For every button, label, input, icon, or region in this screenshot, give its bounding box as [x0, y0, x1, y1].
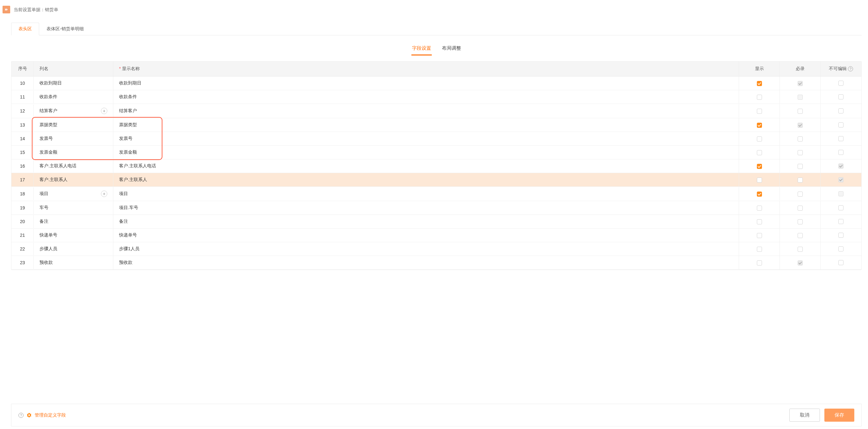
- cell-display-name[interactable]: 备注: [113, 215, 739, 228]
- show-checkbox[interactable]: [757, 177, 762, 182]
- required-checkbox[interactable]: [798, 247, 803, 252]
- readonly-checkbox[interactable]: [838, 136, 843, 141]
- cell-name: 预收款: [34, 256, 113, 269]
- cell-required: [780, 90, 820, 103]
- show-checkbox[interactable]: [757, 219, 762, 224]
- cell-display-name[interactable]: 结算客户: [113, 104, 739, 118]
- header-readonly: 不可编辑 ?: [820, 61, 861, 76]
- readonly-checkbox[interactable]: [838, 233, 843, 238]
- readonly-checkbox[interactable]: [838, 94, 843, 99]
- cell-name: 备注: [34, 215, 113, 228]
- show-checkbox[interactable]: [757, 123, 762, 128]
- cell-required: [780, 256, 820, 269]
- cell-required: [780, 132, 820, 145]
- main-tab-0[interactable]: 表头区: [11, 23, 39, 35]
- cell-required: [780, 242, 820, 255]
- required-checkbox[interactable]: [798, 177, 803, 182]
- required-checkbox[interactable]: [798, 219, 803, 224]
- readonly-checkbox[interactable]: [838, 219, 843, 224]
- cell-display-name[interactable]: 客户.主联系人电话: [113, 160, 739, 173]
- required-checkbox[interactable]: [798, 164, 803, 169]
- show-checkbox[interactable]: [757, 109, 762, 114]
- cell-name: 收款到期日: [34, 77, 113, 90]
- cell-show: [739, 173, 780, 186]
- readonly-checkbox[interactable]: [838, 122, 843, 127]
- header-readonly-label: 不可编辑: [829, 66, 847, 72]
- required-checkbox[interactable]: [798, 150, 803, 155]
- sub-tabs: 字段设置布局调整: [11, 44, 862, 55]
- add-subfield-button[interactable]: +: [101, 191, 107, 197]
- add-subfield-button[interactable]: +: [101, 108, 107, 114]
- cell-display-name[interactable]: 预收款: [113, 256, 739, 269]
- doc-title-name: 销货单: [45, 7, 58, 12]
- required-checkbox[interactable]: [798, 206, 803, 211]
- cell-seq: 17: [11, 173, 34, 186]
- readonly-checkbox[interactable]: [838, 247, 843, 252]
- cell-name-label: 客户.主联系人: [39, 177, 67, 182]
- readonly-checkbox[interactable]: [838, 81, 843, 86]
- table-row: 13票据类型票据类型: [11, 118, 861, 132]
- cell-readonly: [820, 256, 861, 269]
- show-checkbox[interactable]: [757, 192, 762, 197]
- cell-name: 客户.主联系人电话: [34, 160, 113, 173]
- cell-show: [739, 146, 780, 159]
- cell-display-name[interactable]: 票据类型: [113, 118, 739, 132]
- cell-readonly: [820, 215, 861, 228]
- cell-seq: 13: [11, 119, 34, 131]
- cell-name: 项目+: [34, 187, 113, 201]
- cell-readonly: [820, 119, 861, 131]
- cell-required: [780, 118, 820, 131]
- required-checkbox[interactable]: [798, 136, 803, 142]
- show-checkbox[interactable]: [757, 95, 762, 100]
- readonly-checkbox[interactable]: [838, 205, 843, 210]
- show-checkbox[interactable]: [757, 136, 762, 142]
- sub-tab-0[interactable]: 字段设置: [411, 44, 432, 55]
- help-icon[interactable]: ?: [848, 66, 853, 72]
- required-star-icon: *: [119, 66, 121, 71]
- cell-show: [739, 104, 780, 117]
- cell-show: [739, 187, 780, 200]
- show-checkbox[interactable]: [757, 164, 762, 169]
- cell-name: 发票号: [34, 132, 113, 145]
- header-display: *显示名称: [113, 61, 739, 76]
- cell-display-name[interactable]: 快递单号: [113, 229, 739, 242]
- cell-display-name[interactable]: 客户.主联系人: [113, 173, 739, 187]
- table-row: 18项目+项目: [11, 187, 861, 201]
- show-checkbox[interactable]: [757, 233, 762, 238]
- required-checkbox[interactable]: [798, 109, 803, 114]
- cell-required: [780, 146, 820, 159]
- readonly-checkbox[interactable]: [838, 108, 843, 113]
- cell-display-name[interactable]: 步骤1人员: [113, 242, 739, 256]
- main-tab-1[interactable]: 表体区-销货单明细: [39, 23, 91, 35]
- cell-display-name[interactable]: 收款到期日: [113, 77, 739, 90]
- table-header: 序号 列名 *显示名称 显示 必录 不可编辑 ?: [11, 61, 861, 77]
- header-show: 显示: [739, 61, 780, 76]
- cell-required: [780, 173, 820, 186]
- sub-tab-1[interactable]: 布局调整: [441, 44, 462, 55]
- show-checkbox[interactable]: [757, 150, 762, 155]
- cell-readonly: [820, 105, 861, 117]
- show-checkbox[interactable]: [757, 260, 762, 265]
- show-checkbox[interactable]: [757, 81, 762, 86]
- cell-readonly: [820, 90, 861, 103]
- show-checkbox[interactable]: [757, 206, 762, 211]
- cell-display-name[interactable]: 项目.车号: [113, 201, 739, 214]
- cell-display-name[interactable]: 收款条件: [113, 90, 739, 104]
- expand-panel-button[interactable]: [3, 6, 10, 13]
- table-row: 15发票金额发票金额: [11, 146, 861, 160]
- cell-required: [780, 229, 820, 241]
- cell-readonly: [820, 229, 861, 241]
- required-checkbox[interactable]: [798, 233, 803, 238]
- cell-required: [780, 187, 820, 200]
- cell-name: 结算客户+: [34, 104, 113, 118]
- readonly-checkbox[interactable]: [838, 150, 843, 155]
- cell-required: [780, 215, 820, 228]
- cell-show: [739, 160, 780, 172]
- cell-display-name[interactable]: 发票金额: [113, 146, 739, 159]
- cell-display-name[interactable]: 项目: [113, 187, 739, 200]
- required-checkbox[interactable]: [798, 192, 803, 197]
- cell-display-name[interactable]: 发票号: [113, 132, 739, 145]
- show-checkbox[interactable]: [757, 247, 762, 252]
- readonly-checkbox[interactable]: [838, 260, 843, 265]
- cell-show: [739, 132, 780, 145]
